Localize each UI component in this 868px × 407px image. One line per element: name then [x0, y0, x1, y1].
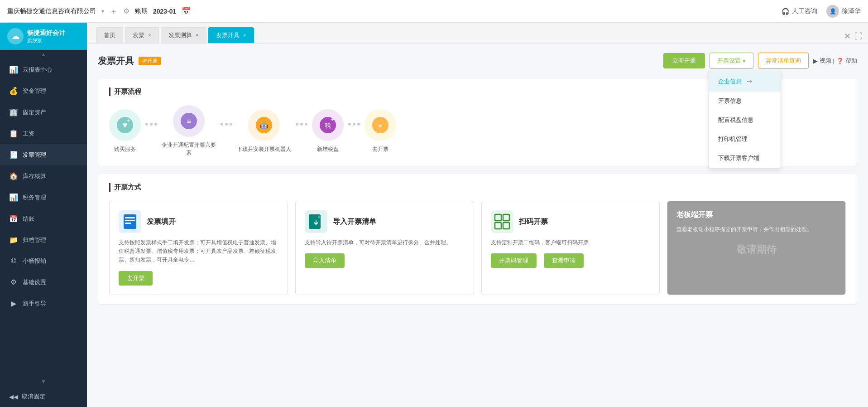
svg-rect-13 [125, 217, 135, 218]
settlement-icon: 📅 [9, 214, 18, 223]
svg-rect-20 [503, 223, 509, 229]
sidebar-scroll-up[interactable]: ▲ [0, 50, 87, 59]
flow-step-configure: ≡ 企业开通配置开票六要素 [162, 105, 216, 157]
tab-invoice[interactable]: 发票 × [125, 27, 159, 43]
sidebar-item-report[interactable]: © 小畅报销 [0, 251, 87, 271]
close-window-icon[interactable]: ✕ [844, 31, 851, 41]
import-title: 导入开票清单 [333, 217, 376, 227]
sidebar-item-fund[interactable]: 💰 资金管理 [0, 80, 87, 102]
fill-go-button[interactable]: 去开票 [119, 271, 153, 286]
activate-button[interactable]: 立即开通 [663, 53, 705, 68]
import-button[interactable]: 导入清单 [305, 253, 345, 268]
calendar-icon[interactable]: 📅 [182, 7, 191, 15]
sidebar-item-archive[interactable]: 📁 归档管理 [0, 229, 87, 251]
period-label: 账期 [135, 7, 148, 15]
sidebar-item-cloud-report[interactable]: 📊 云报表中心 [0, 59, 87, 80]
import-desc: 支持导入待开票清单，可对待开票清单进行拆分、合并处理。 [305, 238, 465, 247]
fund-icon: 💰 [9, 87, 18, 95]
logo-sub: 旗舰版 [27, 37, 65, 44]
tab-bar: 首页 发票 × 发票测算 × 发票开具 × ✕ ⛶ [87, 23, 868, 44]
report-icon: © [9, 257, 18, 265]
settings-button[interactable]: 开票设置 ▾ [710, 53, 753, 69]
sidebar: ☁ 畅捷通好会计 旗舰版 ▲ 📊 云报表中心 💰 资金管理 🏢 固定资产 [0, 23, 87, 407]
methods-section-title: 开票方式 [109, 183, 846, 192]
svg-text:≡: ≡ [187, 117, 191, 125]
connector-2 [220, 123, 233, 126]
boss-header: 老板端开票 [676, 210, 836, 220]
buy-label: 购买服务 [114, 145, 136, 153]
dropdown-item-printer[interactable]: 打印机管理 [709, 130, 781, 149]
sidebar-item-guide[interactable]: ▶ 新手引导 [0, 293, 87, 314]
sidebar-item-label: 小畅报销 [23, 257, 46, 265]
page-header: 发票开具 待开通 立即开通 开票设置 ▾ 异常清单查询 ▶ 视频 [98, 53, 857, 69]
video-button[interactable]: ▶ 视频 | ❓ 帮助 [813, 57, 857, 65]
sidebar-item-label: 云报表中心 [23, 66, 52, 74]
status-badge: 待开通 [139, 57, 161, 65]
download-icon: 🤖 [248, 109, 280, 141]
add-tab-icon[interactable]: ＋ [110, 6, 118, 17]
qrcode-manage-button[interactable]: 开票码管理 [491, 253, 537, 268]
dropdown-arrow-icon: → [745, 77, 753, 86]
tab-invoice-issue-close[interactable]: × [243, 32, 246, 39]
sidebar-item-label: 库存核算 [23, 172, 46, 180]
sidebar-logo: ☁ 畅捷通好会计 旗舰版 [0, 23, 87, 50]
settings-label: 开票设置 [717, 57, 741, 65]
page-actions: 立即开通 开票设置 ▾ 异常清单查询 ▶ 视频 | ❓ 帮助 [663, 53, 857, 69]
cloud-report-icon: 📊 [9, 65, 18, 74]
issue-label: 去开票 [372, 145, 388, 153]
tab-invoice-test[interactable]: 发票测算 × [161, 27, 206, 43]
tab-invoice-test-close[interactable]: × [196, 32, 199, 39]
tab-home[interactable]: 首页 [96, 27, 123, 43]
sidebar-item-label: 归档管理 [23, 236, 46, 244]
add-disk-icon: 税 + [312, 109, 344, 141]
svg-text:+: + [127, 117, 130, 124]
svg-text:税: 税 [325, 122, 331, 129]
exception-button[interactable]: 异常清单查询 [758, 53, 809, 69]
headphone-icon: 🎧 [782, 8, 789, 15]
sidebar-item-tax[interactable]: 📊 税务管理 [0, 187, 87, 208]
sidebar-item-inventory[interactable]: 🏠 库存核算 [0, 165, 87, 187]
sidebar-item-label: 发票管理 [23, 151, 46, 159]
sidebar-scroll-down[interactable]: ▼ [0, 377, 87, 386]
scan-header: 扫码开票 [491, 210, 651, 233]
sidebar-item-settlement[interactable]: 📅 结账 [0, 208, 87, 229]
method-card-boss: 老板端开票 查看老板端小程序提交的开票申请，并作出相应的处理。 敬请期待 [667, 201, 846, 295]
dropdown-item-company-info[interactable]: 企业信息 → [709, 71, 781, 92]
settings-icon[interactable]: ⚙ [123, 7, 129, 15]
tab-invoice-test-label: 发票测算 [168, 31, 192, 39]
issue-icon: ≡ [364, 109, 396, 141]
scan-icon [491, 210, 513, 233]
fill-icon [119, 210, 141, 233]
dropdown-item-invoice-info[interactable]: 开票信息 [709, 92, 781, 111]
import-icon [305, 210, 327, 233]
svg-rect-14 [125, 220, 135, 221]
invoice-mgmt-icon: 🧾 [9, 150, 18, 159]
cancel-fixed-button[interactable]: ◀◀ 取消固定 [0, 386, 87, 407]
fill-title: 发票填开 [147, 217, 176, 227]
sidebar-item-payroll[interactable]: 📋 工资 [0, 123, 87, 144]
guide-icon: ▶ [9, 299, 18, 308]
flow-step-add-disk: 税 + 新增税盘 [312, 109, 344, 153]
company-dropdown-icon[interactable]: ▾ [101, 8, 104, 15]
page-content: 发票开具 待开通 立即开通 开票设置 ▾ 异常清单查询 ▶ 视频 [87, 44, 868, 407]
logo-icon: ☁ [7, 28, 24, 44]
sidebar-item-invoice-mgmt[interactable]: 🧾 发票管理 [0, 144, 87, 165]
user-info[interactable]: 👤 徐泽华 [826, 5, 861, 18]
dropdown-item-download-client[interactable]: 下载开票客户端 [709, 149, 781, 168]
tab-invoice-label: 发票 [133, 31, 144, 39]
view-apply-button[interactable]: 查看申请 [544, 253, 584, 268]
tab-invoice-close[interactable]: × [148, 32, 151, 39]
service-button[interactable]: 🎧 人工咨询 [782, 7, 817, 15]
period-value: 2023-01 [153, 8, 176, 15]
top-bar: 重庆畅捷交通信息咨询有限公司 ▾ ＋ ⚙ 账期 2023-01 📅 🎧 人工咨询… [0, 0, 868, 23]
dropdown-invoice-info-label: 开票信息 [718, 97, 742, 105]
tab-invoice-issue[interactable]: 发票开具 × [208, 27, 254, 43]
dropdown-item-tax-disk[interactable]: 配置税盘信息 [709, 111, 781, 130]
fill-header: 发票填开 [119, 210, 278, 233]
sidebar-item-fixed-asset[interactable]: 🏢 固定资产 [0, 102, 87, 123]
sidebar-item-basic[interactable]: ⚙ 基础设置 [0, 271, 87, 293]
tax-icon: 📊 [9, 193, 18, 202]
sidebar-item-label: 结账 [23, 215, 34, 223]
tab-bar-actions: ✕ ⛶ [839, 31, 868, 43]
maximize-icon[interactable]: ⛶ [854, 32, 863, 41]
